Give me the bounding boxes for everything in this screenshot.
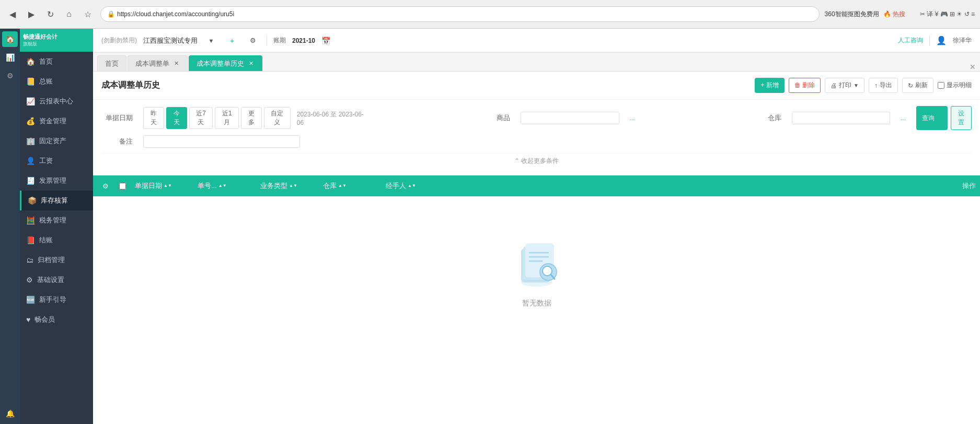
tab-cost-adjust-label: 成本调整单: [135, 59, 169, 68]
date-btn-more[interactable]: 更多: [241, 107, 262, 129]
th-num[interactable]: 单号... ▲▼: [193, 181, 256, 191]
sidebar-logo-text: 畅捷通好会计: [23, 33, 57, 41]
warehouse-filter-input[interactable]: [792, 112, 890, 124]
sort-arrows-biztype: ▲▼: [289, 184, 297, 188]
settings-icon: ⚙: [26, 276, 33, 284]
back-button[interactable]: ◀: [5, 7, 20, 21]
sidebar-item-inventory[interactable]: 📦 库存核算: [20, 191, 93, 210]
select-all-checkbox[interactable]: [119, 183, 126, 190]
date-btn-custom[interactable]: 自定义: [264, 107, 291, 129]
sidebar-item-newguide[interactable]: 🆕 新手引导: [20, 290, 93, 310]
print-icon: 🖨: [831, 82, 837, 89]
date-btn-today[interactable]: 今天: [166, 107, 187, 129]
sidebar-item-salary[interactable]: 👤 工资: [20, 151, 93, 171]
sort-arrows-date: ▲▼: [164, 184, 172, 188]
main-content: (勿删勿禁用) 江西服宝测试专用 ▼ + ⚙ 账期 2021-10 📅 人工咨询…: [93, 29, 980, 424]
company-warning: (勿删勿禁用): [101, 36, 137, 45]
th-date[interactable]: 单据日期 ▲▼: [131, 181, 193, 191]
note-filter-label: 备注: [101, 137, 133, 146]
sidebar-label-tax: 税务管理: [39, 216, 66, 225]
company-name: 江西服宝测试专用: [143, 36, 198, 45]
print-button[interactable]: 🖨 🖨 打印 打印 ▼: [825, 78, 864, 93]
empty-state: 暂无数据: [93, 196, 980, 329]
browser-nav: ◀ ▶ ↻ ⌂ ☆: [5, 7, 95, 21]
hot-label: 🔥 热搜: [883, 10, 905, 19]
company-dropdown-button[interactable]: ▼: [204, 33, 218, 48]
icon-bar-home[interactable]: 🏠: [2, 31, 18, 47]
sidebar-label-inventory: 库存核算: [41, 196, 68, 205]
display-detail-checkbox[interactable]: 显示明细: [938, 81, 972, 90]
query-button[interactable]: 查询: [916, 106, 948, 130]
sidebar-item-closeaccount[interactable]: 📕 结账: [20, 230, 93, 250]
table-checkbox-all[interactable]: [114, 183, 131, 190]
calendar-icon[interactable]: 📅: [321, 37, 330, 45]
sidebar-item-assets[interactable]: 🏢 固定资产: [20, 131, 93, 151]
delete-button[interactable]: 🗑 删除: [789, 78, 821, 93]
add-company-button[interactable]: +: [225, 33, 239, 48]
lock-icon: 🔒: [107, 10, 115, 18]
tab-close-all[interactable]: ✕: [970, 63, 980, 71]
new-button[interactable]: + 新增: [755, 78, 784, 93]
icon-bar-chart[interactable]: 📊: [2, 50, 18, 65]
tab-cost-adjust-history-close[interactable]: ✕: [247, 60, 255, 67]
date-btn-1month[interactable]: 近1月: [215, 107, 239, 129]
topbar: (勿删勿禁用) 江西服宝测试专用 ▼ + ⚙ 账期 2021-10 📅 人工咨询…: [93, 29, 980, 53]
date-btn-7days[interactable]: 近7天: [189, 107, 213, 129]
sidebar-item-home[interactable]: 🏠 首页: [20, 52, 93, 72]
export-button[interactable]: ↑ 导出: [869, 78, 898, 93]
refresh-button[interactable]: ↻ 刷新: [902, 78, 933, 93]
icon-bar-notify[interactable]: 🔔: [2, 406, 18, 421]
th-warehouse[interactable]: 仓库 ▲▼: [319, 181, 382, 191]
company-settings-button[interactable]: ⚙: [246, 33, 260, 48]
filter-date-buttons: 昨天 今天 近7天 近1月 更多 自定义 2023-06-06 至 2023-0…: [143, 107, 364, 129]
table-area: ⚙ 单据日期 ▲▼ 单号... ▲▼ 业务类型 ▲▼: [93, 175, 980, 329]
browser-chrome: ◀ ▶ ↻ ⌂ ☆ 🔒 https://cloud.chanjet.com/ac…: [0, 0, 980, 29]
warehouse-filter-label: 仓库: [750, 113, 781, 123]
goods-filter-input[interactable]: [521, 112, 619, 124]
closeaccount-icon: 📕: [26, 236, 35, 244]
tab-cost-adjust-history[interactable]: 成本调整单历史 ✕: [189, 55, 262, 71]
th-ops: 操作: [934, 181, 976, 191]
sidebar-item-settings[interactable]: ⚙ 基础设置: [20, 270, 93, 290]
tab-home[interactable]: 首页: [97, 55, 126, 71]
sidebar-item-funds[interactable]: 💰 资金管理: [20, 111, 93, 131]
topbar-divider1: [267, 36, 267, 46]
star-button[interactable]: ☆: [80, 7, 95, 21]
date-filter-label: 单据日期: [101, 113, 133, 123]
tab-cost-adjust-close[interactable]: ✕: [172, 60, 180, 67]
filter-settings-button[interactable]: 设置: [951, 106, 972, 130]
sidebar-item-member[interactable]: ♥ 畅会员: [20, 310, 93, 329]
browser-ext-scissors: ✂ 译 ¥ 🎮 ⊞ ☀ ↺ ≡: [920, 10, 975, 19]
sidebar: 畅捷通好会计 旗舰版 🏠 首页 📒 总账 📈 云报表中心 💰 资金管理: [20, 29, 93, 424]
sidebar-item-reports[interactable]: 📈 云报表中心: [20, 91, 93, 111]
goods-more-btn[interactable]: ...: [630, 114, 635, 122]
forward-button[interactable]: ▶: [24, 7, 39, 21]
reports-icon: 📈: [26, 97, 35, 105]
table-gear-button[interactable]: ⚙: [97, 182, 114, 190]
sidebar-label-closeaccount: 结账: [39, 235, 53, 245]
display-detail-input[interactable]: [938, 82, 944, 89]
topbar-divider2: [929, 36, 930, 46]
th-ops-label: 操作: [962, 182, 976, 190]
sidebar-item-ledger[interactable]: 📒 总账: [20, 72, 93, 91]
address-bar[interactable]: 🔒 https://cloud.chanjet.com/accounting/u…: [100, 6, 820, 22]
tab-cost-adjust[interactable]: 成本调整单 ✕: [128, 55, 188, 71]
note-filter-input[interactable]: [143, 135, 300, 148]
warehouse-more-btn[interactable]: ...: [901, 114, 906, 122]
sidebar-item-invoice[interactable]: 🧾 发票管理: [20, 171, 93, 191]
th-handler[interactable]: 经手人 ▲▼: [382, 181, 444, 191]
page-header: 成本调整单历史 + 新增 🗑 删除 🖨 🖨 打印 打印 ▼ ↑ 导出: [93, 72, 980, 100]
th-handler-label: 经手人: [386, 181, 406, 191]
user-label[interactable]: 徐泽华: [953, 36, 972, 45]
home-button[interactable]: ⌂: [62, 7, 76, 21]
archive-icon: 🗂: [26, 256, 33, 264]
refresh-button[interactable]: ↻: [43, 7, 57, 21]
icon-bar-gear[interactable]: ⚙: [2, 68, 18, 84]
collapse-bar[interactable]: ⌃ 收起更多条件: [101, 153, 972, 169]
sidebar-item-tax[interactable]: 🧮 税务管理: [20, 210, 93, 230]
invoice-icon: 🧾: [26, 176, 35, 185]
th-biztype[interactable]: 业务类型 ▲▼: [256, 181, 319, 191]
consultant-btn[interactable]: 人工咨询: [898, 36, 923, 45]
sidebar-item-archive[interactable]: 🗂 归档管理: [20, 250, 93, 270]
date-btn-yesterday[interactable]: 昨天: [143, 107, 164, 129]
